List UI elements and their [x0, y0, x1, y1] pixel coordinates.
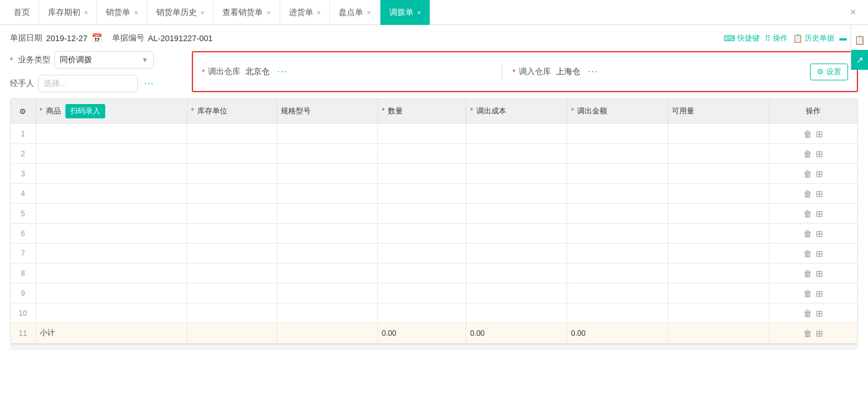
tab-sales-order-close[interactable]: × — [134, 9, 138, 16]
delete-icon[interactable]: 🗑 — [803, 189, 812, 199]
operator-select[interactable]: 选择... — [38, 75, 138, 92]
row-product[interactable] — [35, 244, 187, 264]
row-product[interactable] — [35, 224, 187, 244]
row-cost[interactable] — [466, 244, 567, 264]
row-spec[interactable] — [276, 124, 377, 144]
tab-inventory-init[interactable]: 库存期初 × — [39, 0, 97, 25]
row-spec[interactable] — [276, 204, 377, 224]
tab-view-sales-close[interactable]: × — [267, 9, 270, 16]
row-cost[interactable] — [466, 224, 567, 244]
business-type-select[interactable]: 同价调拨 ▼ — [54, 51, 154, 69]
row-amount[interactable] — [567, 283, 668, 303]
sidebar-doc-icon[interactable]: 📋 — [851, 30, 869, 50]
row-spec[interactable] — [276, 303, 377, 323]
copy-icon[interactable]: ⊞ — [816, 269, 823, 278]
row-unit[interactable] — [187, 264, 276, 283]
row-qty[interactable] — [377, 124, 466, 144]
row-amount[interactable] — [567, 124, 668, 144]
row-cost[interactable] — [466, 283, 567, 303]
row-product[interactable] — [35, 184, 187, 204]
row-cost[interactable] — [466, 303, 567, 323]
row-amount[interactable] — [567, 264, 668, 283]
copy-icon[interactable]: ⊞ — [816, 169, 823, 179]
delete-icon[interactable]: 🗑 — [803, 169, 812, 179]
row-amount[interactable] — [567, 144, 668, 164]
row-qty[interactable] — [377, 244, 466, 264]
row-product[interactable] — [35, 204, 187, 224]
row-qty[interactable] — [377, 303, 466, 323]
delete-icon-subtotal[interactable]: 🗑 — [803, 328, 812, 338]
row-unit[interactable] — [187, 204, 276, 224]
tab-purchase[interactable]: 进货单 × — [280, 0, 330, 25]
row-qty[interactable] — [377, 204, 466, 224]
row-spec[interactable] — [276, 164, 377, 184]
row-amount[interactable] — [567, 303, 668, 323]
tab-sales-order[interactable]: 销货单 × — [97, 0, 147, 25]
tab-stocktake-close[interactable]: × — [367, 9, 370, 16]
scan-btn[interactable]: 扫码录入 — [65, 104, 105, 118]
row-amount[interactable] — [567, 244, 668, 264]
col-gear[interactable]: ⚙ — [11, 99, 35, 124]
row-product[interactable] — [35, 303, 187, 323]
row-cost[interactable] — [466, 264, 567, 283]
tab-sales-history-close[interactable]: × — [200, 9, 204, 16]
row-unit[interactable] — [187, 184, 276, 204]
row-spec[interactable] — [276, 144, 377, 164]
row-unit[interactable] — [187, 283, 276, 303]
tab-stocktake[interactable]: 盘点单 × — [330, 0, 380, 25]
row-spec[interactable] — [276, 264, 377, 283]
row-unit[interactable] — [187, 303, 276, 323]
copy-icon[interactable]: ⊞ — [816, 149, 823, 159]
row-qty[interactable] — [377, 264, 466, 283]
delete-icon[interactable]: 🗑 — [803, 269, 812, 278]
row-unit[interactable] — [187, 224, 276, 244]
row-amount[interactable] — [567, 204, 668, 224]
row-spec[interactable] — [276, 244, 377, 264]
copy-icon[interactable]: ⊞ — [816, 229, 823, 239]
row-spec[interactable] — [276, 184, 377, 204]
operations-button[interactable]: ⠿ 操作 — [765, 33, 788, 44]
copy-icon[interactable]: ⊞ — [816, 249, 823, 259]
operator-more-btn[interactable]: ··· — [144, 78, 154, 89]
copy-icon[interactable]: ⊞ — [816, 209, 823, 219]
row-spec[interactable] — [276, 283, 377, 303]
row-product[interactable] — [35, 264, 187, 283]
row-cost[interactable] — [466, 204, 567, 224]
copy-icon[interactable]: ⊞ — [816, 189, 823, 199]
row-qty[interactable] — [377, 144, 466, 164]
row-cost[interactable] — [466, 144, 567, 164]
row-product[interactable] — [35, 124, 187, 144]
tab-transfer[interactable]: 调拨单 × — [380, 0, 430, 25]
warehouse-in-more-btn[interactable]: ··· — [588, 66, 598, 77]
row-unit[interactable] — [187, 124, 276, 144]
row-amount[interactable] — [567, 224, 668, 244]
row-qty[interactable] — [377, 184, 466, 204]
row-product[interactable] — [35, 144, 187, 164]
row-qty[interactable] — [377, 164, 466, 184]
tab-inventory-init-close[interactable]: × — [84, 9, 88, 16]
settings-button[interactable]: ⚙ 设置 — [810, 64, 848, 80]
copy-icon[interactable]: ⊞ — [816, 308, 823, 318]
warehouse-out-more-btn[interactable]: ··· — [277, 66, 287, 77]
row-unit[interactable] — [187, 144, 276, 164]
tab-home[interactable]: 首页 — [5, 0, 39, 25]
delete-icon[interactable]: 🗑 — [803, 149, 812, 159]
row-product[interactable] — [35, 283, 187, 303]
row-unit[interactable] — [187, 244, 276, 264]
row-unit[interactable] — [187, 164, 276, 184]
copy-icon[interactable]: ⊞ — [816, 288, 823, 298]
row-amount[interactable] — [567, 164, 668, 184]
row-amount[interactable] — [567, 184, 668, 204]
row-qty[interactable] — [377, 224, 466, 244]
row-qty[interactable] — [377, 283, 466, 303]
tab-purchase-close[interactable]: × — [317, 9, 321, 16]
tab-view-sales[interactable]: 查看销货单 × — [214, 0, 280, 25]
calendar-icon[interactable]: 📅 — [92, 33, 102, 43]
delete-icon[interactable]: 🗑 — [803, 308, 812, 318]
copy-icon-subtotal[interactable]: ⊞ — [816, 328, 823, 338]
tab-sales-history[interactable]: 销货单历史 × — [148, 0, 214, 25]
delete-icon[interactable]: 🗑 — [803, 209, 812, 219]
row-cost[interactable] — [466, 184, 567, 204]
history-docs-button[interactable]: 📋 历史单据 — [793, 33, 834, 44]
tab-transfer-close[interactable]: × — [417, 9, 421, 16]
